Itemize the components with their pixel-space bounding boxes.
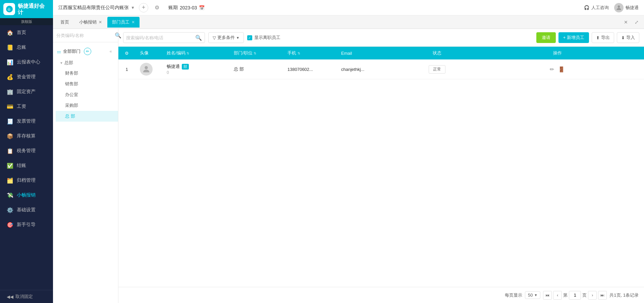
avatar	[614, 3, 624, 12]
import-button[interactable]: ⬇ 导入	[617, 32, 639, 43]
sidebar-item-funds-label: 资金管理	[17, 74, 36, 80]
col-dept[interactable]: 部门/职位 ⇅	[229, 47, 283, 59]
col-settings[interactable]: ⚙	[118, 47, 135, 59]
sidebar-item-invoice[interactable]: 🧾 发票管理	[0, 114, 53, 129]
user-menu[interactable]: 畅捷通	[614, 3, 639, 12]
employee-table-container: ⚙ 头像 姓名/编码 ⇅ 部门/职位 ⇅ 手机	[118, 47, 644, 287]
tab-home[interactable]: 首页	[56, 17, 74, 28]
per-page-chevron-icon: ▼	[534, 293, 537, 297]
per-page-label: 每页显示	[505, 292, 522, 298]
sidebar-item-closing-label: 结账	[17, 163, 26, 169]
dept-item-office[interactable]: 办公室	[56, 89, 118, 100]
app-edition: 旗舰版	[0, 18, 53, 25]
salary-icon: 💳	[7, 103, 13, 110]
tab-home-label: 首页	[60, 19, 69, 25]
sidebar-item-archive[interactable]: 🗂️ 归档管理	[0, 173, 53, 188]
search-icon[interactable]: 🔍	[195, 35, 202, 41]
page-input[interactable]	[569, 291, 581, 300]
tabs-actions: ✕ ⤢	[621, 17, 641, 27]
sidebar-item-ledger[interactable]: 📒 总账	[0, 40, 53, 55]
tab-employees-close[interactable]: ✕	[131, 20, 135, 25]
dept-group-hq-header[interactable]: ▼ 总部	[56, 58, 118, 68]
sidebar-item-reports[interactable]: 📊 云报表中心	[0, 55, 53, 70]
employee-name: 畅捷通	[167, 63, 180, 70]
close-tab-button[interactable]: ✕	[621, 17, 631, 27]
sidebar-item-guide[interactable]: 🎯 新手引导	[0, 217, 53, 232]
delete-employee-button[interactable]: 🚪	[558, 66, 565, 73]
user-name: 畅捷通	[626, 5, 639, 11]
guide-icon: 🎯	[7, 221, 13, 228]
sidebar-item-expense[interactable]: 💸 小畅报销	[0, 188, 53, 203]
sidebar-item-closing[interactable]: ✅ 结账	[0, 158, 53, 173]
company-settings-button[interactable]: ⚙	[152, 3, 162, 12]
prev-page-button[interactable]: ‹	[553, 291, 562, 300]
maximize-tab-button[interactable]: ⤢	[632, 17, 641, 27]
dept-search-input[interactable]	[56, 33, 113, 38]
row-status-cell: 正常	[404, 59, 471, 79]
edit-employee-button[interactable]: ✏	[550, 66, 554, 73]
all-departments[interactable]: ⚏ 全部部门 ✏ «	[53, 45, 118, 58]
tab-employees[interactable]: 部门员工 ✕	[107, 17, 140, 28]
edit-dept-button[interactable]: ✏	[84, 48, 91, 55]
filter-button[interactable]: ▽ 更多条件 ▼	[208, 32, 244, 43]
per-page-select[interactable]: 50 ▼	[525, 291, 540, 299]
first-page-button[interactable]: ⏮	[543, 291, 552, 300]
col-email: Email	[336, 47, 404, 59]
archive-icon: 🗂️	[7, 177, 13, 184]
inventory-icon: 📦	[7, 133, 13, 139]
customer-service-button[interactable]: 🎧 人工咨询	[584, 5, 609, 11]
col-phone[interactable]: 手机 ⇅	[283, 47, 336, 59]
add-employee-button[interactable]: + 新增员工	[558, 32, 589, 43]
topbar: 江西服宝精品有限责任公司内账张 ▼ + ⚙ 账期 2023-03 📅 🎧 人工咨…	[53, 0, 644, 15]
period-label: 账期	[168, 5, 178, 11]
ledger-icon: 📒	[7, 44, 13, 51]
employee-dept-badge: 部	[182, 64, 189, 70]
add-company-button[interactable]: +	[139, 3, 148, 12]
service-label: 人工咨询	[591, 5, 609, 11]
invite-button[interactable]: 邀请	[536, 32, 556, 43]
dept-search-box: 🔍	[53, 29, 118, 42]
col-avatar: 头像	[135, 47, 162, 59]
dept-item-sales[interactable]: 销售部	[56, 79, 118, 89]
unpin-button[interactable]: ◀◀ 取消固定	[7, 294, 46, 300]
dropdown-icon: ▼	[131, 5, 135, 10]
sidebar-item-funds[interactable]: 💰 资金管理	[0, 70, 53, 84]
collapse-dept-button[interactable]: «	[107, 48, 114, 55]
import-icon: ⬇	[621, 35, 625, 40]
calendar-icon[interactable]: 📅	[199, 5, 205, 10]
filter-icon: ▽	[213, 35, 216, 40]
employee-search-input[interactable]	[126, 35, 193, 40]
dept-item-general[interactable]: 总 部	[56, 111, 118, 122]
dept-item-finance[interactable]: 财务部	[56, 68, 118, 79]
dept-general-label: 总 部	[65, 114, 75, 119]
tab-employees-label: 部门员工	[112, 19, 129, 25]
employee-code: 0	[167, 70, 224, 75]
sidebar-item-assets[interactable]: 🏢 固定资产	[0, 84, 53, 99]
dept-item-purchase[interactable]: 采购部	[56, 100, 118, 111]
page-word: 第	[563, 292, 568, 298]
col-name[interactable]: 姓名/编码 ⇅	[162, 47, 229, 59]
app-logo-icon: 会	[3, 3, 15, 15]
export-button[interactable]: ⬆ 导出	[592, 32, 614, 43]
next-page-button[interactable]: ›	[588, 291, 597, 300]
show-resigned-toggle[interactable]: ✓ 显示离职员工	[247, 35, 280, 41]
sidebar-item-inventory[interactable]: 📦 库存核算	[0, 129, 53, 143]
tab-expense-close[interactable]: ✕	[99, 20, 102, 25]
pin-icon: ◀◀	[7, 294, 13, 299]
sidebar-item-guide-label: 新手引导	[17, 222, 36, 228]
period-value: 2023-03	[180, 5, 197, 10]
last-page-button[interactable]: ⏭	[598, 291, 607, 300]
sidebar-item-archive-label: 归档管理	[17, 177, 36, 183]
tab-expense[interactable]: 小畅报销 ✕	[74, 17, 107, 28]
invoice-icon: 🧾	[7, 118, 13, 125]
sidebar-nav: 🏠 首页 📒 总账 📊 云报表中心 💰 资金管理 🏢 固定资产 💳 工资 🧾 发…	[0, 25, 53, 290]
sidebar-item-settings[interactable]: ⚙️ 基础设置	[0, 203, 53, 217]
company-selector[interactable]: 江西服宝精品有限责任公司内账张 ▼	[58, 5, 135, 11]
sidebar-item-tax[interactable]: 📋 税务管理	[0, 143, 53, 158]
sidebar-item-salary[interactable]: 💳 工资	[0, 99, 53, 114]
sidebar-item-home[interactable]: 🏠 首页	[0, 25, 53, 40]
resigned-checkbox[interactable]: ✓	[247, 35, 252, 40]
sidebar-item-home-label: 首页	[17, 30, 26, 36]
sidebar-item-salary-label: 工资	[17, 103, 26, 110]
sidebar: 会 畅捷通好会计 旗舰版 🏠 首页 📒 总账 📊 云报表中心 💰 资金管理 🏢 …	[0, 0, 53, 303]
